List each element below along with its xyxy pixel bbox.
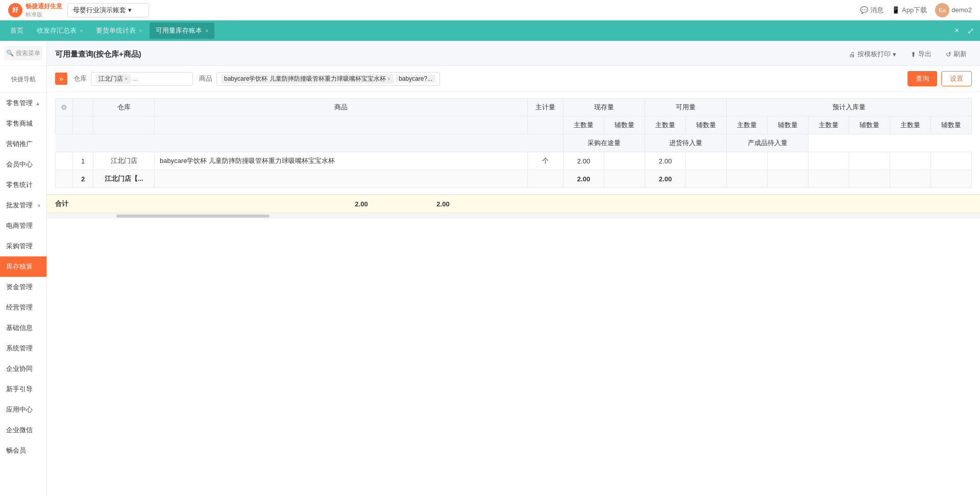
sidebar-item-member-center[interactable]: 会员中心	[0, 154, 46, 175]
th2-num	[73, 116, 93, 134]
tab-close-all-btn[interactable]: ×	[952, 24, 961, 37]
sidebar-item-basic-info[interactable]: 基础信息	[0, 318, 46, 338]
summary-available-main: 2.00	[423, 200, 463, 208]
sidebar-item-wholesale-mgmt[interactable]: 批发管理 ▾	[0, 195, 46, 216]
search-menu-button[interactable]: 🔍 搜索菜单	[4, 46, 42, 60]
cell-settings-2	[56, 170, 73, 188]
page-content: 可用量查询(按仓库+商品) 🖨 按模板打印 ▾ ⬆ 导出 ↺ 刷新	[47, 41, 980, 496]
sidebar-item-new-guide[interactable]: 新手引导	[0, 379, 46, 399]
table-row: 1 江北门店 babycare学饮杯 儿童防摔防撞吸管杯重力球吸嘴杯宝宝水杯 个	[56, 152, 972, 170]
sidebar-item-app-center[interactable]: 应用中心	[0, 399, 46, 420]
sidebar-item-retail-mall[interactable]: 零售商城	[0, 113, 46, 134]
warehouse-tag-close[interactable]: ×	[125, 76, 128, 82]
export-icon: ⬆	[911, 51, 916, 58]
cell-production-main-1	[890, 152, 931, 170]
sidebar-search-area: 🔍 搜索菜单	[0, 41, 46, 66]
refresh-icon: ↺	[946, 51, 951, 58]
th2-current-aux: 辅数量	[604, 116, 645, 134]
industry-selector[interactable]: 母婴行业演示账套 ▾	[67, 3, 149, 17]
th2-inbound-main: 主数量	[808, 116, 849, 134]
app-icon: 📱	[892, 6, 900, 14]
tab-receive-send[interactable]: 收发存汇总表 ×	[31, 22, 89, 39]
tab-home[interactable]: 首页	[4, 22, 30, 39]
chevron-icon: ▲	[35, 101, 40, 106]
sidebar-item-enterprise-wechat[interactable]: 企业微信	[0, 420, 46, 440]
th-warehouse: 仓库	[93, 99, 155, 116]
product-tag-1-close[interactable]: ×	[387, 76, 390, 82]
sidebar-item-enterprise-collab[interactable]: 企业协同	[0, 359, 46, 379]
horizontal-scrollbar-thumb[interactable]	[116, 215, 270, 218]
sidebar-item-quick-nav[interactable]: 快捷导航	[0, 70, 46, 88]
filter-toggle-button[interactable]: »	[55, 73, 67, 85]
bottom-scroll-area[interactable]	[47, 212, 980, 219]
sidebar-item-member-vip[interactable]: 畅会员	[0, 440, 46, 461]
export-button[interactable]: ⬆ 导出	[905, 47, 937, 61]
warehouse-filter-input[interactable]: 江北门店 × ...	[91, 72, 193, 86]
template-print-button[interactable]: 🖨 按模板打印 ▾	[844, 47, 901, 61]
tab-order-stats[interactable]: 要货单统计表 ×	[90, 22, 148, 39]
cell-settings-1	[56, 152, 73, 170]
th2-unit	[528, 116, 564, 134]
product-tag-2: babycare?...	[396, 75, 435, 83]
tab-available-stock-label: 可用量库存账本	[156, 26, 202, 35]
sidebar: 🔍 搜索菜单 快捷导航 零售管理 ▲ 零售商城 营销推广 会员中心 零售统计 批…	[0, 41, 47, 496]
page-actions: 🖨 按模板打印 ▾ ⬆ 导出 ↺ 刷新	[844, 47, 972, 61]
tab-available-stock-close[interactable]: ×	[205, 28, 208, 34]
cell-num-1: 1	[73, 152, 93, 170]
summary-current-aux	[382, 200, 423, 208]
cell-unit-1: 个	[528, 152, 564, 170]
cell-inbound-aux-2	[849, 170, 890, 188]
refresh-button[interactable]: ↺ 刷新	[941, 47, 972, 61]
query-button[interactable]: 查询	[908, 71, 937, 86]
message-label: 消息	[870, 6, 884, 15]
sidebar-item-operation-mgmt[interactable]: 经营管理	[0, 297, 46, 318]
tab-order-stats-close[interactable]: ×	[139, 28, 142, 34]
sidebar-item-finance-mgmt[interactable]: 资金管理	[0, 277, 46, 297]
top-bar-right: 💬 消息 📱 App下载 Ea demo2	[860, 3, 972, 17]
th2-current-main: 主数量	[564, 116, 604, 134]
sidebar-item-marketing[interactable]: 营销推广	[0, 134, 46, 154]
industry-label: 母婴行业演示账套	[73, 6, 126, 15]
th2-product	[155, 116, 528, 134]
data-table: ⚙ 仓库 商品 主计量	[55, 98, 972, 188]
summary-current-main: 2.00	[341, 200, 382, 208]
app-download-action[interactable]: 📱 App下载	[892, 6, 927, 15]
tab-bar: 首页 收发存汇总表 × 要货单统计表 × 可用量库存账本 × × ⤢	[0, 20, 980, 41]
user-profile[interactable]: Ea demo2	[935, 3, 972, 17]
product-filter-input[interactable]: babycare学饮杯 儿童防摔防撞吸管杯重力球吸嘴杯宝宝水杯 × babyca…	[216, 72, 440, 86]
tab-maximize-btn[interactable]: ⤢	[965, 24, 976, 38]
tab-bar-right: × ⤢	[952, 24, 976, 38]
tab-receive-send-close[interactable]: ×	[80, 28, 83, 34]
tab-available-stock[interactable]: 可用量库存账本 ×	[150, 22, 214, 39]
cell-available-main-1: 2.00	[645, 152, 686, 170]
cell-purchase-main-1	[727, 152, 768, 170]
sidebar-item-inventory-check[interactable]: 库存核算	[0, 256, 46, 277]
warehouse-more-indicator[interactable]: ...	[133, 75, 138, 82]
cell-num-2: 2	[73, 170, 93, 188]
cell-available-main-2: 2.00	[645, 170, 686, 188]
sidebar-item-retail-stats[interactable]: 零售统计	[0, 175, 46, 195]
th2-settings	[56, 116, 73, 134]
sidebar-item-system-mgmt[interactable]: 系统管理	[0, 338, 46, 359]
top-bar-left: 好 畅捷通好生意 标准版 母婴行业演示账套 ▾	[8, 2, 149, 18]
cell-available-aux-2	[686, 170, 727, 188]
sidebar-item-ecommerce-mgmt[interactable]: 电商管理	[0, 216, 46, 236]
cell-current-aux-1	[604, 152, 645, 170]
sidebar-item-purchase-mgmt[interactable]: 采购管理	[0, 236, 46, 256]
cell-inbound-aux-1	[849, 152, 890, 170]
th-settings: ⚙	[56, 99, 73, 116]
table-row: 2 江北门店【... 2.00 2	[56, 170, 972, 188]
sidebar-item-retail-mgmt[interactable]: 零售管理 ▲	[0, 93, 46, 113]
cell-current-aux-2	[604, 170, 645, 188]
warehouse-filter-group: 仓库 江北门店 × ...	[74, 72, 193, 86]
cell-unit-2	[528, 170, 564, 188]
setting-button[interactable]: 设置	[941, 71, 972, 86]
tab-receive-send-label: 收发存汇总表	[37, 26, 77, 35]
cell-purchase-main-2	[727, 170, 768, 188]
summary-row: 合计 2.00 2.00	[47, 194, 980, 212]
chevron-down-icon: ▾	[128, 6, 132, 14]
th2-production-aux: 辅数量	[931, 116, 972, 134]
th2-purchase-transit-main: 主数量	[727, 116, 768, 134]
settings-icon[interactable]: ⚙	[61, 103, 67, 111]
message-action[interactable]: 💬 消息	[860, 6, 884, 15]
